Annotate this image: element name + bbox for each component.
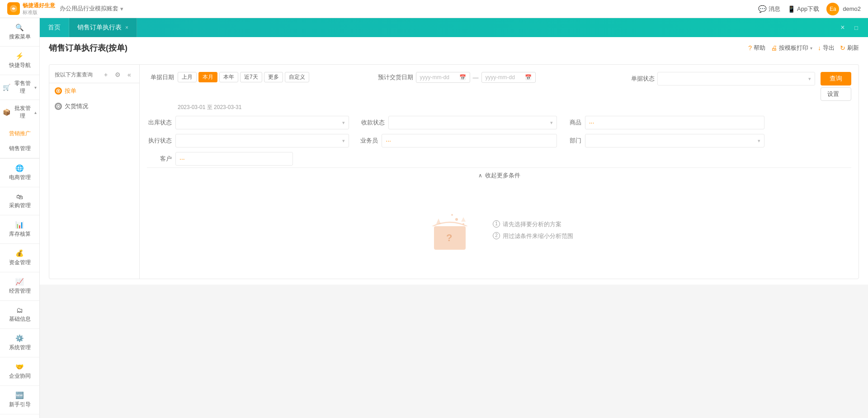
payment-select[interactable]: ▾ [388, 116, 557, 129]
btn-prev-month[interactable]: 上月 [178, 72, 197, 82]
logo-area: 畅捷通好生意 标准版 [7, 2, 55, 16]
sidebar-item-apps[interactable]: 📱 应用中心 [0, 414, 39, 418]
sidebar-item-sales[interactable]: 销售管理 [0, 141, 39, 156]
system-icon: ⚙️ [15, 334, 24, 342]
svg-text:?: ? [446, 232, 452, 243]
scheme-item-order[interactable]: 按单 [49, 83, 139, 99]
customer-select[interactable]: ··· [175, 152, 293, 166]
query-btn[interactable]: 查询 [821, 72, 851, 86]
left-panel-title: 按以下方案查询 [55, 71, 93, 79]
sidebar-item-purchase[interactable]: 🛍 采购管理 [0, 187, 39, 215]
execution-filter: 执行状态 ▾ [147, 134, 354, 147]
btn-this-month[interactable]: 本月 [198, 72, 217, 82]
search-icon: 🔍 [15, 24, 24, 32]
tab-close-icon[interactable]: × [125, 24, 128, 31]
collapse-left-btn[interactable]: « [125, 70, 134, 79]
help-btn[interactable]: ? 帮助 [748, 44, 765, 52]
execution-arrow-icon: ▾ [342, 138, 345, 144]
dept-select[interactable]: ▾ [585, 134, 764, 147]
add-scheme-btn[interactable]: + [101, 70, 110, 79]
export-btn[interactable]: ↓ 导出 [818, 44, 835, 52]
user-avatar: Ea [826, 3, 839, 15]
main-layout: 🔍 搜索菜单 ⚡ 快捷导航 🛒 零售管理 ▾ 📦 批发管理 ▴ 营销推广 销售管… [0, 18, 868, 418]
sidebar-item-guide[interactable]: 🆕 新手引导 [0, 386, 39, 414]
empty-tip-1: 1 请先选择要分析的方案 [493, 220, 573, 228]
date-quick-group: 上月 本月 本年 近7天 更多 自定义 [178, 72, 309, 82]
btn-this-year[interactable]: 本年 [219, 72, 238, 82]
wholesale-section[interactable]: 📦 批发管理 ▴ [0, 100, 39, 124]
message-icon: 💬 [758, 5, 767, 13]
left-panel-header: 按以下方案查询 + ⚙ « [49, 70, 139, 83]
select-arrow-icon: ▾ [808, 76, 811, 82]
sidebar-item-quicknav[interactable]: ⚡ 快捷导航 [0, 47, 39, 75]
btn-more[interactable]: 更多 [264, 72, 283, 82]
wholesale-arrow-icon: ▴ [34, 110, 37, 115]
shipment-select[interactable]: ▾ [175, 116, 349, 129]
expected-date-filter: 预计交货日期 yyyy-mm-dd 📅 — yyyy-mm-dd 📅 [373, 72, 627, 83]
date-label: 单据日期 [147, 73, 174, 81]
order-status-select[interactable]: ▾ [657, 72, 815, 86]
tab-home[interactable]: 首页 [40, 18, 69, 37]
svg-point-7 [462, 223, 464, 225]
quicknav-icon: ⚡ [15, 52, 24, 60]
payment-filter: 收款状态 ▾ [354, 116, 562, 129]
maximize-window-btn[interactable]: □ [850, 21, 863, 34]
sidebar-item-inventory[interactable]: 📊 库存核算 [0, 215, 39, 244]
sidebar-item-wholesale[interactable]: 📦 批发管理 ▴ 营销推广 销售管理 [0, 100, 39, 159]
salesperson-select[interactable]: ··· [382, 134, 557, 147]
top-bar-left: 畅捷通好生意 标准版 办公用品行业模拟账套 ▾ [7, 2, 123, 16]
btn-recent7[interactable]: 近7天 [240, 72, 262, 82]
svg-point-2 [57, 90, 59, 92]
close-window-btn[interactable]: × [836, 21, 849, 34]
scheme-item-debt[interactable]: 欠货情况 [49, 99, 139, 114]
scheme-dot-order [55, 87, 62, 95]
expected-date-end[interactable]: yyyy-mm-dd 📅 [481, 72, 536, 83]
payment-arrow-icon: ▾ [550, 120, 553, 126]
date-range-display: 2023-03-01 至 2023-03-31 [147, 104, 851, 111]
tab-active[interactable]: 销售订单执行表 × [69, 18, 137, 37]
goods-select[interactable]: ··· [585, 116, 764, 129]
logo-text: 畅捷通好生意 标准版 [23, 2, 55, 16]
print-btn[interactable]: 🖨 按模板打印 ▾ [771, 44, 812, 52]
user-profile[interactable]: Ea demo2 [826, 3, 861, 15]
btn-custom[interactable]: 自定义 [285, 72, 309, 82]
collapse-icon: ∧ [478, 172, 482, 179]
payment-label: 收款状态 [360, 119, 385, 127]
sidebar-item-retail[interactable]: 🛒 零售管理 ▾ [0, 75, 39, 100]
operation-icon: 📈 [15, 278, 24, 286]
shipment-label: 出库状态 [147, 119, 172, 127]
top-bar-right: 💬 消息 📱 App下载 Ea demo2 [758, 3, 861, 15]
refresh-icon: ↻ [840, 44, 845, 52]
sidebar-item-system[interactable]: ⚙️ 系统管理 [0, 329, 39, 357]
app-download-action[interactable]: 📱 App下载 [788, 5, 819, 13]
settings-btn[interactable]: 设置 [821, 87, 851, 101]
sidebar-item-marketing[interactable]: 营销推广 [0, 126, 39, 141]
sidebar-item-operation[interactable]: 📈 经营管理 [0, 272, 39, 301]
calendar-icon-2: 📅 [525, 74, 532, 81]
execution-select[interactable]: ▾ [175, 134, 349, 147]
logo-icon [7, 2, 20, 15]
sidebar-item-basic[interactable]: 🗂 基础信息 [0, 301, 39, 329]
page-content: 销售订单执行表(按单) ? 帮助 🖨 按模板打印 ▾ ↓ [40, 37, 868, 418]
order-status-filter: 单据状态 ▾ [627, 72, 815, 86]
breadcrumb-arrow-icon[interactable]: ▾ [120, 5, 123, 12]
expected-date-start[interactable]: yyyy-mm-dd 📅 [416, 72, 470, 83]
filter-row-4: 客户 ··· [147, 152, 310, 166]
content-body: 按以下方案查询 + ⚙ « 按单 [49, 64, 859, 279]
inventory-icon: 📊 [15, 221, 24, 229]
message-action[interactable]: 💬 消息 [758, 5, 780, 13]
collapse-row[interactable]: ∧ 收起更多条件 [147, 167, 851, 183]
enterprise-icon: 🤝 [15, 363, 24, 371]
refresh-btn[interactable]: ↻ 刷新 [840, 44, 859, 52]
sidebar-item-enterprise[interactable]: 🤝 企业协同 [0, 357, 39, 386]
breadcrumb-text: 办公用品行业模拟账套 [60, 5, 118, 13]
sidebar-item-ecommerce[interactable]: 🌐 电商管理 [0, 159, 39, 187]
print-icon: 🖨 [771, 44, 777, 52]
settings-scheme-btn[interactable]: ⚙ [113, 70, 122, 79]
filler-2 [770, 134, 851, 147]
sidebar-item-search[interactable]: 🔍 搜索菜单 [0, 18, 39, 47]
teal-header: 首页 销售订单执行表 × × □ [40, 18, 868, 37]
wholesale-icon: 📦 [3, 109, 10, 116]
sidebar-item-finance[interactable]: 💰 资金管理 [0, 244, 39, 272]
empty-tip-2: 2 用过滤条件来缩小分析范围 [493, 232, 573, 240]
